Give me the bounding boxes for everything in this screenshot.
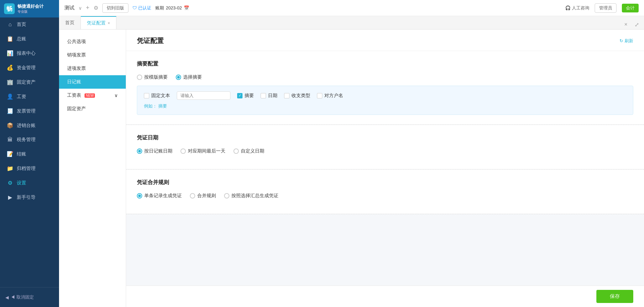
radio-template-summary[interactable]: 按模版摘要 [137,74,168,80]
radio-template-summary-label: 按模版摘要 [144,74,168,80]
radio-merge-rules-circle [190,193,195,199]
checkbox-fixed-text-box [144,93,149,98]
save-button[interactable]: 保存 [596,290,633,303]
headset-icon: 🎧 [565,5,571,10]
radio-journal-date[interactable]: 按日记账日期 [137,148,172,154]
checkbox-counterpart[interactable]: 对方户名 [317,93,343,99]
sidebar: 畅 畅捷通好会计 专业版 ⌂ 首页 📋 总账 📊 报表中心 💰 资金管理 🏢 固… [0,0,59,307]
reports-icon: 📊 [7,50,13,56]
sidebar-item-tax[interactable]: 🏛 税务管理 [0,133,59,147]
sidebar-item-label: 新手引导 [17,194,36,201]
sidebar-nav: ⌂ 首页 📋 总账 📊 报表中心 💰 资金管理 🏢 固定资产 👤 工资 🧾 发票… [0,17,59,287]
sidebar-item-label: 工资 [17,94,26,100]
nav-journal-label: 日记账 [67,79,81,85]
topbar: 测试 ∨ + ⚙ 切到旧版 🛡 已认证 账期 2023-02 📅 🎧 人工咨询 … [59,0,644,16]
nav-sales-invoice-label: 销项发票 [67,52,86,58]
content-header: 凭证配置 ↻ 刷新 [126,30,644,51]
checkbox-summary[interactable]: ✓ 摘要 [237,93,254,99]
content-area: 公共选项 销项发票 进项发票 日记账 工资表 NEW ∨ 固定资产 [59,30,644,307]
sidebar-item-funds[interactable]: 💰 资金管理 [0,60,59,75]
checkbox-date-label: 日期 [268,93,277,99]
example-label: 例如： [144,103,157,108]
sidebar-item-salary[interactable]: 👤 工资 [0,89,59,104]
manager-button[interactable]: 管理员 [595,3,616,13]
guide-icon: ▶ [7,194,13,201]
logo-edition: 专业版 [17,9,44,14]
sidebar-bottom: ◀ ◀ 取消固定 [0,287,59,307]
add-company-icon[interactable]: + [86,4,90,11]
nav-sales-invoice[interactable]: 销项发票 [59,48,126,62]
radio-template-summary-circle [137,75,142,80]
sidebar-item-label: 结账 [17,151,26,157]
checkbox-payment-type[interactable]: 收支类型 [284,93,310,99]
period-value: 2023-02 [166,5,182,10]
service-button[interactable]: 🎧 人工咨询 [565,5,589,11]
checkbox-fixed-text[interactable]: 固定文本 [144,93,170,99]
expand-window-button[interactable]: ⤢ [632,20,641,29]
sidebar-item-reports[interactable]: 📊 报表中心 [0,46,59,60]
tab-close-icon[interactable]: × [108,21,110,26]
topbar-settings-icon[interactable]: ⚙ [94,5,98,11]
nav-fixed-assets-label: 固定资产 [67,106,86,112]
cancel-fixed-icon: ◀ [5,295,9,300]
radio-period-last-day[interactable]: 对应期间最后一天 [180,148,225,154]
company-name: 测试 [64,5,74,11]
example-text: 例如： 摘要 [144,103,626,109]
checkbox-date-box [261,93,266,98]
sidebar-item-purchases[interactable]: 📦 进销台账 [0,118,59,133]
refresh-button[interactable]: ↻ 刷新 [620,38,633,44]
divider-3 [126,214,644,214]
radio-custom-date[interactable]: 自定义日期 [233,148,264,154]
checkbox-fixed-text-label: 固定文本 [151,93,170,99]
radio-batch-generate[interactable]: 按照选择汇总生成凭证 [224,193,278,199]
sidebar-item-home[interactable]: ⌂ 首页 [0,17,59,32]
checkbox-payment-type-box [284,93,289,98]
radio-select-summary-label: 选择摘要 [183,74,202,80]
sidebar-item-label: 设置 [17,180,26,186]
radio-journal-date-label: 按日记账日期 [144,148,172,154]
salary-icon: 👤 [7,93,13,100]
close-window-button[interactable]: × [621,20,631,29]
radio-merge-rules-label: 合并规则 [197,193,216,199]
calendar-icon[interactable]: 📅 [184,5,189,10]
sidebar-item-archive[interactable]: 📁 归档管理 [0,161,59,176]
voucher-merge-title: 凭证合并规则 [137,179,633,186]
radio-select-summary[interactable]: 选择摘要 [176,74,202,80]
tab-home[interactable]: 首页 [59,16,81,29]
funds-icon: 💰 [7,64,13,71]
main-area: 测试 ∨ + ⚙ 切到旧版 🛡 已认证 账期 2023-02 📅 🎧 人工咨询 … [59,0,644,307]
nav-purchase-invoice[interactable]: 进项发票 [59,62,126,75]
fixed-text-input[interactable] [177,91,230,100]
nav-fixed-assets[interactable]: 固定资产 [59,102,126,116]
sidebar-item-ledger[interactable]: 📋 总账 [0,32,59,46]
radio-select-summary-circle [176,75,181,80]
sidebar-item-invoice[interactable]: 🧾 发票管理 [0,104,59,118]
radio-single-record-label: 单条记录生成凭证 [144,193,182,199]
radio-single-record[interactable]: 单条记录生成凭证 [137,193,182,199]
switch-version-button[interactable]: 切到旧版 [102,3,128,13]
checkbox-payment-type-label: 收支类型 [291,93,310,99]
radio-custom-date-label: 自定义日期 [241,148,264,154]
nav-public[interactable]: 公共选项 [59,35,126,48]
cancel-fixed-btn[interactable]: ◀ ◀ 取消固定 [0,291,59,304]
sidebar-logo: 畅 畅捷通好会计 专业版 [0,0,59,17]
sidebar-item-assets[interactable]: 🏢 固定资产 [0,75,59,89]
period-display: 账期 2023-02 📅 [155,5,190,11]
accountant-button[interactable]: 会计 [622,4,639,12]
nav-journal[interactable]: 日记账 [59,75,126,89]
voucher-merge-section: 凭证合并规则 单条记录生成凭证 合并规则 按照选择汇总生成凭证 [126,170,644,214]
tab-voucher-config[interactable]: 凭证配置 × [81,16,116,29]
checkbox-date[interactable]: 日期 [261,93,277,99]
radio-merge-rules[interactable]: 合并规则 [190,193,216,199]
logo-icon: 畅 [4,3,15,14]
nav-payroll[interactable]: 工资表 NEW ∨ [59,89,126,102]
sidebar-item-checkout[interactable]: 📝 结账 [0,147,59,161]
sidebar-item-guide[interactable]: ▶ 新手引导 [0,190,59,205]
checkout-icon: 📝 [7,151,13,157]
service-label: 人工咨询 [572,5,589,11]
summary-options-box: 固定文本 ✓ 摘要 日期 [137,86,633,115]
nav-payroll-label: 工资表 [67,92,81,98]
company-dropdown-icon[interactable]: ∨ [78,5,82,11]
radio-period-last-day-circle [180,148,186,154]
sidebar-item-settings[interactable]: ⚙ 设置 [0,176,59,190]
